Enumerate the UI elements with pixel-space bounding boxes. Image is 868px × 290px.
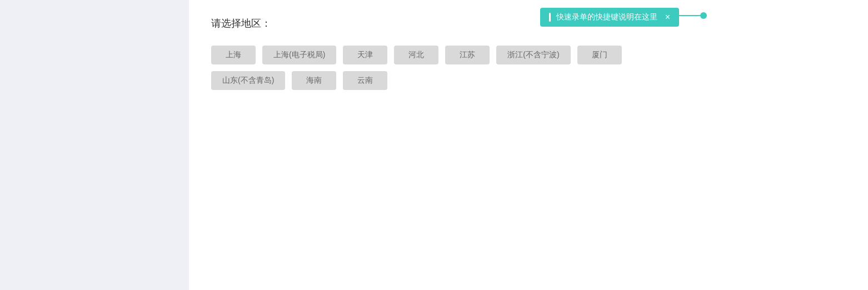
region-button-jiangsu[interactable]: 江苏 xyxy=(445,46,490,64)
region-button-shandong[interactable]: 山东(不含青岛) xyxy=(211,71,285,90)
tooltip-text: 快速录单的快捷键说明在这里 xyxy=(556,12,657,22)
region-button-shanghai[interactable]: 上海 xyxy=(211,46,256,64)
region-button-tianjin[interactable]: 天津 xyxy=(343,46,387,64)
main-content: 请选择地区： 上海上海(电子税局)天津河北江苏浙江(不含宁波)厦门 山东(不含青… xyxy=(189,0,868,290)
sidebar xyxy=(0,0,189,290)
tooltip-connector-line xyxy=(674,15,701,16)
region-button-yunnan[interactable]: 云南 xyxy=(343,71,387,90)
tooltip-accent xyxy=(549,13,551,22)
region-button-zhejiang[interactable]: 浙江(不含宁波) xyxy=(496,46,570,64)
page-title: 请选择地区： xyxy=(211,17,846,30)
region-row-2: 山东(不含青岛)海南云南 xyxy=(211,71,846,90)
region-button-shanghai-etax[interactable]: 上海(电子税局) xyxy=(262,46,336,64)
region-button-xiamen[interactable]: 厦门 xyxy=(577,46,622,64)
tooltip-bar: 快速录单的快捷键说明在这里 × xyxy=(540,8,679,27)
region-button-hainan[interactable]: 海南 xyxy=(292,71,336,90)
region-row-1: 上海上海(电子税局)天津河北江苏浙江(不含宁波)厦门 xyxy=(211,46,846,64)
tooltip-connector-dot xyxy=(700,12,707,19)
region-button-hebei[interactable]: 河北 xyxy=(394,46,438,64)
tooltip-close-button[interactable]: × xyxy=(665,13,670,22)
